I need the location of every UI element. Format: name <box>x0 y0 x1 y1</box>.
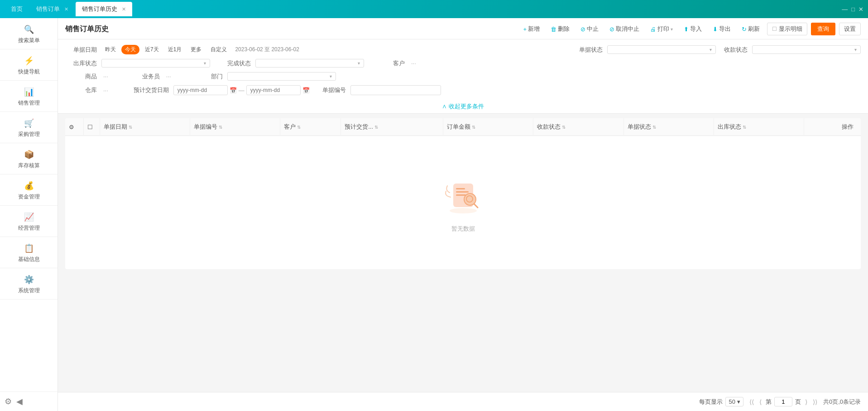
th-doc-status[interactable]: 单据状态 ⇅ <box>623 118 714 136</box>
prev-page-button[interactable]: ⟨ <box>758 398 763 406</box>
th-amount[interactable]: 订单金额 ⇅ <box>443 118 533 136</box>
settings-gear-icon: ⚙ <box>69 124 74 131</box>
date-yesterday[interactable]: 昨天 <box>101 45 120 54</box>
sort-expected-date-icon: ⇅ <box>374 125 378 130</box>
expected-date-to[interactable] <box>246 85 301 95</box>
sidebar-item-system-label: 系统管理 <box>18 287 40 295</box>
stop-icon: ⊘ <box>580 26 585 33</box>
th-date[interactable]: 单据日期 ⇅ <box>100 118 190 136</box>
sidebar-settings-icon[interactable]: ⚙ <box>5 396 12 406</box>
date-more[interactable]: 更多 <box>187 45 205 54</box>
tab-sales-order[interactable]: 销售订单 ✕ <box>30 2 75 16</box>
maximize-icon[interactable]: □ <box>851 6 855 13</box>
date-label: 单据日期 <box>65 46 101 54</box>
import-icon: ⬆ <box>684 26 689 33</box>
svg-rect-4 <box>456 194 466 196</box>
th-payment-status[interactable]: 收款状态 ⇅ <box>533 118 623 136</box>
sidebar-item-inventory[interactable]: 📦 库存核算 <box>0 143 58 174</box>
page-title: 销售订单历史 <box>65 24 109 34</box>
sidebar-item-operation[interactable]: 📈 经营管理 <box>0 206 58 237</box>
sort-order-no-icon: ⇅ <box>219 125 222 130</box>
refresh-button[interactable]: ↻ 刷新 <box>738 23 763 35</box>
sidebar-item-system[interactable]: ⚙️ 系统管理 <box>0 268 58 300</box>
filter-row-3: 商品 ··· 业务员 ··· 部门 ▾ <box>65 72 861 81</box>
date-range: 2023-06-02 至 2023-06-02 <box>235 46 299 53</box>
th-amount-label: 订单金额 <box>447 123 470 131</box>
expected-date-from[interactable] <box>173 85 228 95</box>
th-order-no-label: 单据编号 <box>194 123 217 131</box>
tab-sales-order-history[interactable]: 销售订单历史 ✕ <box>76 2 132 16</box>
dept-select[interactable]: ▾ <box>227 72 336 81</box>
sidebar-item-finance[interactable]: 💰 资金管理 <box>0 174 58 206</box>
filter-row-1: 单据日期 昨天 今天 近7天 近1月 更多 自定义 2023-06-02 至 2… <box>65 45 861 54</box>
date-custom[interactable]: 自定义 <box>207 45 230 54</box>
stop-button[interactable]: ⊘ 中止 <box>577 23 602 35</box>
payment-select[interactable]: ▾ <box>752 45 861 54</box>
next-page-button[interactable]: ⟩ <box>804 398 809 406</box>
sidebar-item-inventory-label: 库存核算 <box>18 162 40 169</box>
sidebar-item-search[interactable]: 🔍 搜索菜单 <box>0 18 58 49</box>
th-customer[interactable]: 客户 ⇅ <box>280 118 340 136</box>
toolbar: + 新增 🗑 删除 ⊘ 中止 ⊘ 取消中止 🖨 打印 <box>519 23 861 35</box>
status-select[interactable]: ▾ <box>607 45 716 54</box>
per-page-value: 50 <box>729 398 735 405</box>
date-separator: — <box>239 87 245 94</box>
th-expected-date[interactable]: 预计交货... ⇅ <box>341 118 443 136</box>
order-no-input[interactable] <box>350 85 441 95</box>
date-last1m[interactable]: 近1月 <box>164 45 186 54</box>
export-button[interactable]: ⬇ 导出 <box>709 23 734 35</box>
calendar-from-icon[interactable]: 📅 <box>230 87 237 94</box>
sidebar-item-quicknav[interactable]: ⚡ 快捷导航 <box>0 49 58 81</box>
th-outbound-status[interactable]: 出库状态 ⇅ <box>714 118 804 136</box>
tab-home[interactable]: 首页 <box>5 2 29 16</box>
delete-button[interactable]: 🗑 删除 <box>547 23 573 35</box>
salesperson-select[interactable]: ··· <box>164 73 173 80</box>
warehouse-select[interactable]: ··· <box>101 87 110 94</box>
date-today[interactable]: 今天 <box>121 45 139 54</box>
collapse-more[interactable]: ∧ 收起更多条件 <box>65 100 861 113</box>
query-button[interactable]: 查询 <box>811 23 835 35</box>
print-button[interactable]: 🖨 打印 ▾ <box>647 23 676 35</box>
minimize-icon[interactable]: — <box>842 6 848 13</box>
sidebar: 🔍 搜索菜单 ⚡ 快捷导航 📊 销售管理 🛒 采购管理 📦 库存核算 💰 资金管… <box>0 18 58 411</box>
first-page-button[interactable]: ⟨⟨ <box>748 398 755 406</box>
sidebar-item-sales[interactable]: 📊 销售管理 <box>0 81 58 112</box>
print-icon: 🖨 <box>650 26 656 33</box>
calendar-to-icon[interactable]: 📅 <box>302 87 310 94</box>
sidebar-item-basic[interactable]: 📋 基础信息 <box>0 237 58 268</box>
table-header-row: ⚙ ☐ 单据日期 ⇅ 单据编号 <box>65 118 861 136</box>
collapse-label: ∧ 收起更多条件 <box>442 103 484 110</box>
settings-button[interactable]: 设置 <box>839 23 861 35</box>
outbound-select[interactable]: ▾ <box>101 59 210 68</box>
cancel-stop-icon: ⊘ <box>609 26 614 33</box>
th-settings[interactable]: ⚙ <box>65 118 83 136</box>
tab-sales-order-history-close[interactable]: ✕ <box>122 6 126 12</box>
outbound-label: 出库状态 <box>65 59 101 68</box>
cancel-stop-label: 取消中止 <box>616 25 639 33</box>
sidebar-item-search-label: 搜索菜单 <box>18 37 40 44</box>
close-icon[interactable]: ✕ <box>858 6 863 13</box>
th-date-label: 单据日期 <box>104 123 127 131</box>
tab-sales-order-close[interactable]: ✕ <box>64 6 68 12</box>
th-order-no[interactable]: 单据编号 ⇅ <box>190 118 280 136</box>
empty-state: 暂无数据 <box>65 136 861 269</box>
sidebar-collapse-icon[interactable]: ◀ <box>16 396 23 406</box>
date-last7[interactable]: 近7天 <box>141 45 163 54</box>
product-select[interactable]: ··· <box>101 73 110 80</box>
last-page-button[interactable]: ⟩⟩ <box>811 398 819 406</box>
th-expected-date-label: 预计交货... <box>345 123 373 131</box>
show-detail-checkbox[interactable]: ☐ 显示明细 <box>767 23 807 35</box>
add-button[interactable]: + 新增 <box>519 23 543 35</box>
per-page-select[interactable]: 50 ▾ <box>725 397 743 406</box>
th-checkbox[interactable]: ☐ <box>83 118 100 136</box>
import-button[interactable]: ⬆ 导入 <box>680 23 705 35</box>
complete-select[interactable]: ▾ <box>255 59 364 68</box>
page-label: 第 <box>766 398 772 406</box>
sidebar-item-purchase[interactable]: 🛒 采购管理 <box>0 112 58 143</box>
customer-select[interactable]: ··· <box>409 60 418 67</box>
page-input[interactable] <box>774 397 792 406</box>
sidebar-item-finance-label: 资金管理 <box>18 193 40 201</box>
filter-row-4: 仓库 ··· 预计交货日期 📅 — 📅 单据编号 <box>65 85 861 95</box>
cancel-stop-button[interactable]: ⊘ 取消中止 <box>606 23 643 35</box>
filter-area: 单据日期 昨天 今天 近7天 近1月 更多 自定义 2023-06-02 至 2… <box>58 39 868 114</box>
